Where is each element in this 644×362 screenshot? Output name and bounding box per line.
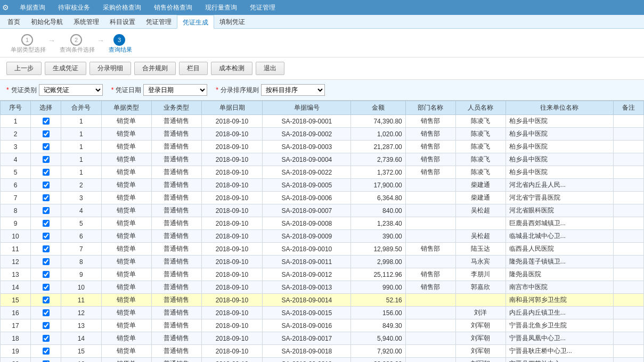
cell-check[interactable]: [31, 345, 61, 358]
table-row[interactable]: 5 1 销货单 普通销售 2018-09-10 SA-2018-09-0022 …: [1, 166, 644, 179]
row-checkbox[interactable]: [43, 182, 50, 188]
voucher-type-select[interactable]: 记账凭证: [39, 84, 103, 96]
cell-date: 2018-09-10: [201, 294, 263, 307]
row-checkbox[interactable]: [43, 284, 50, 291]
gen-voucher-button[interactable]: 生成凭证: [45, 62, 86, 75]
table-row[interactable]: 2 1 销货单 普通销售 2018-09-10 SA-2018-09-0002 …: [1, 128, 644, 141]
exit-button[interactable]: 退出: [256, 62, 284, 75]
table-row[interactable]: 8 4 销货单 普通销售 2018-09-10 SA-2018-09-0007 …: [1, 204, 644, 217]
nav-init[interactable]: 初始化导航: [26, 15, 68, 29]
cell-doctype: 销货单: [101, 192, 151, 204]
nav-home[interactable]: 首页: [2, 15, 26, 29]
col-header-person: 人员名称: [455, 101, 506, 115]
cell-partner: 宁晋县四芝兰中心...: [506, 358, 613, 363]
table-row[interactable]: 19 15 销货单 普通销售 2018-09-10 SA-2018-09-001…: [1, 345, 644, 358]
row-checkbox[interactable]: [43, 207, 50, 214]
cell-check[interactable]: [31, 307, 61, 319]
cell-check[interactable]: [31, 281, 61, 294]
cell-check[interactable]: [31, 128, 61, 141]
row-checkbox[interactable]: [43, 309, 50, 316]
row-checkbox[interactable]: [43, 156, 50, 163]
row-checkbox[interactable]: [43, 258, 50, 265]
cell-seq: 12: [1, 256, 31, 268]
row-checkbox[interactable]: [43, 245, 50, 252]
nav-voucher-mgmt[interactable]: 凭证管理: [141, 15, 177, 29]
nav-fill-voucher[interactable]: 填制凭证: [214, 15, 250, 29]
cell-person: 刘军朝: [455, 319, 506, 332]
nav-subject[interactable]: 科目设置: [104, 15, 141, 29]
table-row[interactable]: 4 1 销货单 普通销售 2018-09-10 SA-2018-09-0004 …: [1, 153, 644, 166]
nav-sys-mgmt[interactable]: 系统管理: [68, 15, 104, 29]
cell-biztype: 普通销售: [151, 230, 201, 243]
merge-rule-button[interactable]: 合并规则: [134, 62, 176, 75]
row-checkbox[interactable]: [43, 130, 50, 137]
row-checkbox[interactable]: [43, 348, 50, 355]
cell-check[interactable]: [31, 294, 61, 307]
cell-check[interactable]: [31, 115, 61, 128]
row-checkbox[interactable]: [43, 118, 50, 125]
cell-doctype: 销货单: [101, 204, 151, 217]
top-nav-sale-price[interactable]: 销售价格查询: [148, 0, 199, 15]
table-row[interactable]: 3 1 销货单 普通销售 2018-09-10 SA-2018-09-0003 …: [1, 141, 644, 153]
cell-person: [455, 217, 506, 230]
cell-check[interactable]: [31, 319, 61, 332]
row-checkbox[interactable]: [43, 233, 50, 240]
cell-check[interactable]: [31, 153, 61, 166]
table-row[interactable]: 13 9 销货单 普通销售 2018-09-10 SA-2018-09-0012…: [1, 268, 644, 281]
top-nav-voucher-mgmt[interactable]: 凭证管理: [243, 0, 282, 15]
table-row[interactable]: 10 6 销货单 普通销售 2018-09-10 SA-2018-09-0009…: [1, 230, 644, 243]
top-nav-single-query[interactable]: 单据查询: [13, 0, 52, 15]
cost-check-button[interactable]: 成本检测: [211, 62, 252, 75]
top-nav-purchase-price[interactable]: 采购价格查询: [96, 0, 148, 15]
table-row[interactable]: 20 16 销货单 普通销售 2018-09-10 SA-2018-09-001…: [1, 358, 644, 363]
top-nav-pending[interactable]: 待审核业务: [52, 0, 96, 15]
cell-check[interactable]: [31, 204, 61, 217]
cell-check[interactable]: [31, 268, 61, 281]
cell-check[interactable]: [31, 141, 61, 153]
cell-check[interactable]: [31, 256, 61, 268]
table-row[interactable]: 16 12 销货单 普通销售 2018-09-10 SA-2018-09-001…: [1, 307, 644, 319]
prev-step-button[interactable]: 上一步: [6, 62, 42, 75]
cell-person: 陈凌飞: [455, 128, 506, 141]
cell-check[interactable]: [31, 332, 61, 345]
row-checkbox[interactable]: [43, 169, 50, 176]
row-checkbox[interactable]: [43, 194, 50, 201]
cell-check[interactable]: [31, 179, 61, 192]
step-1-circle: 1: [21, 34, 33, 46]
voucher-date-select[interactable]: 登录日期: [143, 84, 207, 96]
table-row[interactable]: 18 14 销货单 普通销售 2018-09-10 SA-2018-09-001…: [1, 332, 644, 345]
row-checkbox[interactable]: [43, 335, 50, 342]
cell-seq: 14: [1, 281, 31, 294]
row-checkbox[interactable]: [43, 271, 50, 278]
row-checkbox[interactable]: [43, 143, 50, 150]
table-row[interactable]: 14 10 销货单 普通销售 2018-09-10 SA-2018-09-001…: [1, 281, 644, 294]
form-row: * 凭证类别 记账凭证 * 凭证日期 登录日期 * 分录排序规则 按科目排序: [0, 80, 644, 101]
table-row[interactable]: 12 8 销货单 普通销售 2018-09-10 SA-2018-09-0011…: [1, 256, 644, 268]
row-checkbox[interactable]: [43, 220, 50, 227]
columns-button[interactable]: 栏目: [179, 62, 208, 75]
row-checkbox[interactable]: [43, 322, 50, 329]
table-row[interactable]: 15 11 销货单 普通销售 2018-09-10 SA-2018-09-001…: [1, 294, 644, 307]
table-row[interactable]: 1 1 销货单 普通销售 2018-09-10 SA-2018-09-0001 …: [1, 115, 644, 128]
cell-amount: 25,112.96: [351, 268, 405, 281]
cell-check[interactable]: [31, 192, 61, 204]
table-row[interactable]: 7 3 销货单 普通销售 2018-09-10 SA-2018-09-0006 …: [1, 192, 644, 204]
sort-rule-select[interactable]: 按科目排序: [261, 84, 325, 96]
step-arrow-2: →: [97, 36, 104, 45]
table-row[interactable]: 6 2 销货单 普通销售 2018-09-10 SA-2018-09-0005 …: [1, 179, 644, 192]
table-row[interactable]: 11 7 销货单 普通销售 2018-09-10 SA-2018-09-0010…: [1, 243, 644, 256]
cell-docno: SA-2018-09-0022: [263, 166, 351, 179]
cell-merge: 12: [61, 307, 102, 319]
entry-detail-button[interactable]: 分录明细: [89, 62, 131, 75]
cell-seq: 8: [1, 204, 31, 217]
cell-check[interactable]: [31, 230, 61, 243]
nav-voucher-gen[interactable]: 凭证生成: [177, 15, 214, 29]
cell-check[interactable]: [31, 243, 61, 256]
row-checkbox[interactable]: [43, 297, 50, 303]
table-row[interactable]: 9 5 销货单 普通销售 2018-09-10 SA-2018-09-0008 …: [1, 217, 644, 230]
table-row[interactable]: 17 13 销货单 普通销售 2018-09-10 SA-2018-09-001…: [1, 319, 644, 332]
cell-check[interactable]: [31, 358, 61, 363]
top-nav-current-qty[interactable]: 现行量查询: [199, 0, 243, 15]
cell-check[interactable]: [31, 217, 61, 230]
cell-check[interactable]: [31, 166, 61, 179]
